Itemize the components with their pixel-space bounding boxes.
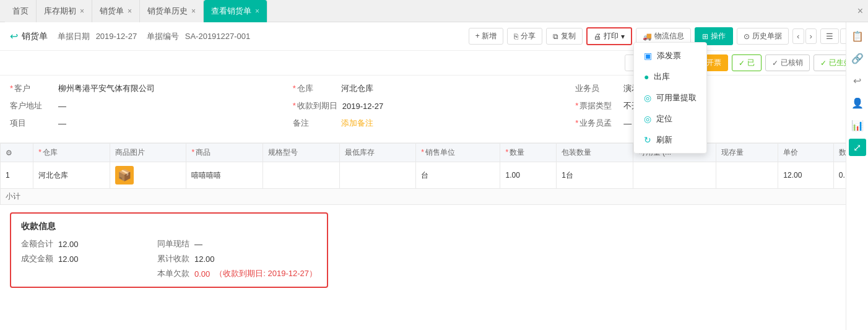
- customer-value: 柳州粤港平安气体有限公司: [53, 83, 160, 94]
- current-due-value: 0.00: [194, 269, 210, 279]
- customer-label: 客户: [10, 83, 53, 94]
- check-button[interactable]: ✓ 已: [732, 54, 762, 71]
- tab-inventory-init-close[interactable]: ×: [80, 7, 84, 15]
- col-pack-qty: 包装数量: [557, 144, 633, 162]
- dropdown-refresh[interactable]: ↻ 刷新: [634, 129, 706, 150]
- available-extract-icon: ◎: [644, 93, 651, 103]
- ticket-type-label: 票据类型: [575, 100, 618, 111]
- ticket-type-field: 票据类型 不开票: [575, 100, 858, 111]
- next-button[interactable]: ›: [805, 28, 817, 44]
- same-order-item: 同单现结 —: [157, 238, 269, 250]
- row-price: 12.00: [778, 162, 833, 189]
- total-amount-item: 金额合计 12.00: [21, 238, 132, 250]
- copy-button[interactable]: ⧉ 复制: [546, 28, 583, 45]
- dropdown-available-extract[interactable]: ◎ 可用量提取: [634, 87, 706, 108]
- new-button[interactable]: + 新增: [469, 28, 503, 45]
- row-product: 嘻嘻嘻嘻: [186, 162, 263, 189]
- tab-sales-order[interactable]: 销货单 ×: [92, 0, 140, 22]
- effective-icon: ✓: [820, 59, 827, 67]
- sidebar-icon-expand[interactable]: ⤢: [849, 139, 866, 156]
- tab-view-sales-label: 查看销货单: [211, 6, 251, 17]
- col-warehouse: 仓库: [33, 144, 110, 162]
- settings-icon: ⚙: [6, 149, 12, 157]
- doc-number-value: SA-20191227-001: [185, 32, 251, 41]
- warehouse-label: 仓库: [293, 83, 336, 94]
- right-sidebar: 📋 🔗 ↩ 👤 📊 ⤢: [846, 22, 868, 330]
- add-note-btn[interactable]: 添加备注: [336, 118, 378, 129]
- dropdown-outbound[interactable]: ● 出库: [634, 66, 706, 87]
- tab-sales-history-label: 销货单历史: [147, 6, 188, 17]
- payment-row-1: 金额合计 12.00 同单现结 —: [21, 238, 317, 250]
- same-order-value: —: [194, 240, 202, 249]
- sidebar-icon-return[interactable]: ↩: [849, 72, 866, 89]
- dropdown-add-invoice[interactable]: ▣ 添发票: [634, 45, 706, 66]
- transaction-amount-value: 12.00: [58, 254, 79, 264]
- project-field: 项目 —: [10, 118, 293, 129]
- payment-row-2: 成交金额 12.00 累计收款 12.00: [21, 253, 317, 264]
- table-container: ⚙ 仓库 商品图片 商品 规格型号 最低库存 销售单位 数量 包装数量 可用量 …: [0, 143, 868, 205]
- add-invoice-label: 添发票: [657, 50, 681, 61]
- col-price: 单价: [778, 144, 833, 162]
- form-row-2: 客户地址 — 收款到期日 2019-12-27 票据类型 不开票: [10, 100, 858, 111]
- prev-button[interactable]: ‹: [792, 28, 804, 44]
- col-settings[interactable]: ⚙: [1, 144, 33, 162]
- logistics-icon: 🚚: [643, 32, 652, 41]
- sidebar-icon-doc[interactable]: 📋: [849, 27, 866, 45]
- form-section: 客户 柳州粤港平安气体有限公司 仓库 河北仓库 业务员 演示账号 客户地址 —: [0, 76, 868, 143]
- add-invoice-icon: ▣: [644, 51, 652, 61]
- list-view-button[interactable]: ☰: [820, 28, 839, 44]
- sidebar-icon-user[interactable]: 👤: [849, 94, 866, 111]
- cumulative-item: 累计收款 12.00: [157, 253, 269, 264]
- doc-date-label: 单据日期 2019-12-27: [58, 31, 137, 42]
- tab-view-sales-close[interactable]: ×: [255, 7, 259, 15]
- sidebar-icon-chart[interactable]: 📊: [849, 116, 866, 134]
- tab-sales-order-close[interactable]: ×: [128, 7, 132, 15]
- col-product: 商品: [186, 144, 263, 162]
- outbound-icon: ●: [644, 72, 649, 82]
- print-dropdown-arrow: ▾: [621, 32, 625, 41]
- share-button[interactable]: ⎘ 分享: [507, 28, 542, 45]
- history-button[interactable]: ⊙ 历史单据: [737, 28, 789, 45]
- row-available: [633, 162, 716, 189]
- outbound-label: 出库: [654, 71, 670, 82]
- print-button[interactable]: 🖨 打印 ▾: [586, 27, 632, 45]
- copy-icon: ⧉: [553, 32, 558, 41]
- sold-status-button[interactable]: ✓ 已核销: [765, 54, 810, 71]
- project-label: 项目: [10, 118, 53, 129]
- tab-sales-history[interactable]: 销货单历史 ×: [140, 0, 204, 22]
- subtotal-label: 小计: [1, 189, 868, 205]
- row-product-img: 📦: [110, 162, 186, 189]
- address-label: 客户地址: [10, 100, 53, 111]
- current-due-label: 本单欠款: [157, 268, 189, 279]
- project-value: —: [53, 119, 71, 128]
- row-index: 1: [1, 162, 33, 189]
- tab-view-sales[interactable]: 查看销货单 ×: [204, 0, 267, 22]
- sidebar-icon-link[interactable]: 🔗: [849, 50, 866, 67]
- doc-date-value: 2019-12-27: [96, 32, 137, 41]
- operate-icon: ⊞: [702, 32, 708, 41]
- salesperson-label: 业务员: [575, 83, 618, 94]
- customer-field: 客户 柳州粤港平安气体有限公司: [10, 83, 293, 94]
- subtotal-row: 小计: [1, 189, 868, 205]
- tab-inventory-init[interactable]: 库存期初 ×: [37, 0, 92, 22]
- salesperson2-field: 业务员孟 —: [575, 118, 858, 129]
- note-label: 备注: [293, 118, 336, 129]
- tab-bar-close-btn[interactable]: ×: [857, 6, 863, 17]
- dropdown-menu: ▣ 添发票 ● 出库 ◎ 可用量提取 ◎ 定位 ↻ 刷新: [633, 42, 707, 154]
- dropdown-locate[interactable]: ◎ 定位: [634, 108, 706, 129]
- address-field: 客户地址 —: [10, 100, 293, 111]
- tab-home[interactable]: 首页: [5, 0, 37, 22]
- refresh-icon: ↻: [644, 135, 651, 145]
- address-value: —: [53, 102, 71, 111]
- locate-label: 定位: [656, 113, 672, 124]
- check-icon: ✓: [739, 59, 745, 67]
- row-quantity: 1.00: [500, 162, 557, 189]
- form-row-1: 客户 柳州粤港平安气体有限公司 仓库 河北仓库 业务员 演示账号: [10, 83, 858, 94]
- tab-inventory-init-label: 库存期初: [44, 6, 76, 17]
- doc-meta: 单据日期 2019-12-27 单据编号 SA-20191227-001: [58, 31, 250, 42]
- tab-sales-history-close[interactable]: ×: [191, 7, 196, 15]
- warehouse-field: 仓库 河北仓库: [293, 83, 576, 94]
- share-icon: ⎘: [514, 32, 518, 41]
- doc-header: ↩ 销货单 单据日期 2019-12-27 单据编号 SA-20191227-0…: [0, 22, 868, 51]
- print-area: 🖨 打印 ▾: [586, 27, 632, 45]
